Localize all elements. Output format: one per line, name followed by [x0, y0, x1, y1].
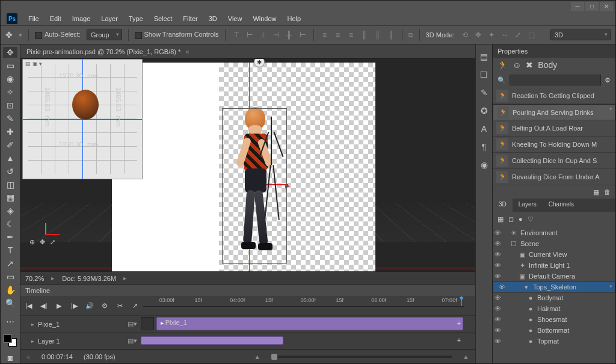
- lasso-tool[interactable]: ◉: [3, 73, 17, 84]
- asset-item[interactable]: 🏃Kneeling To Holding Down M: [493, 137, 615, 153]
- playhead[interactable]: ▼: [461, 296, 462, 306]
- visibility-icon[interactable]: 👁: [493, 338, 502, 345]
- type-tool[interactable]: T: [3, 245, 17, 256]
- timeline-clip[interactable]: ▸ Pixie_1: [156, 317, 463, 330]
- shape-tool[interactable]: ▭: [3, 271, 17, 282]
- filter-whole-icon[interactable]: ▦: [497, 215, 504, 223]
- menu-view[interactable]: View: [223, 13, 247, 24]
- search-input[interactable]: [510, 75, 601, 85]
- eyedropper-tool[interactable]: ✎: [3, 113, 17, 124]
- tree-row[interactable]: 👁●Bodymat: [493, 292, 615, 303]
- path-tool[interactable]: ↗: [3, 258, 17, 269]
- prev-frame-button[interactable]: ◀|: [39, 300, 48, 311]
- tree-row[interactable]: 👁☀Environment: [493, 227, 615, 238]
- menu-window[interactable]: Window: [248, 13, 281, 24]
- brush-panel-icon[interactable]: ✎: [481, 88, 488, 97]
- dodge-tool[interactable]: ☾: [3, 218, 17, 229]
- tree-row[interactable]: 👁▾Tops_Skeleton: [493, 282, 615, 292]
- tree-row[interactable]: 👁✦Infinite Light 1: [493, 260, 615, 271]
- menu-file[interactable]: File: [23, 13, 44, 24]
- visibility-icon[interactable]: 👁: [497, 283, 507, 291]
- tree-row[interactable]: 👁●Bottommat: [493, 325, 615, 336]
- gradient-tool[interactable]: ▦: [3, 192, 17, 203]
- track-options-icon[interactable]: ▤▾: [128, 337, 137, 345]
- transition-button[interactable]: ↗: [131, 300, 140, 311]
- visibility-icon[interactable]: 👁: [493, 316, 502, 323]
- split-button[interactable]: ✂: [116, 300, 125, 311]
- asset-item[interactable]: 🏃Pouring And Serving Drinks: [493, 104, 615, 120]
- distribute-icon[interactable]: ≡: [346, 30, 356, 40]
- track-options-icon[interactable]: ▤▾: [128, 320, 137, 328]
- visibility-icon[interactable]: 👁: [493, 251, 502, 258]
- slide-icon[interactable]: ↔: [500, 30, 510, 40]
- brush-tool[interactable]: ✐: [3, 140, 17, 150]
- hand-tool[interactable]: ✋: [3, 285, 17, 295]
- menu-edit[interactable]: Edit: [45, 13, 66, 24]
- auto-select-checkbox[interactable]: Auto-Select:: [35, 31, 81, 39]
- timeline-clip[interactable]: [141, 336, 283, 345]
- view-manipulators[interactable]: ⊕✥⤢: [29, 238, 55, 246]
- menu-help[interactable]: Help: [283, 13, 306, 24]
- auto-select-dropdown[interactable]: Group: [87, 29, 122, 40]
- skeleton-icon[interactable]: ✖: [526, 60, 533, 70]
- tab-3d[interactable]: 3D: [493, 199, 513, 212]
- goto-start-button[interactable]: |◀: [24, 300, 33, 311]
- asset-item[interactable]: 🏃Collecting Dice In Cup And S: [493, 153, 615, 169]
- orbit-icon[interactable]: ⟲: [460, 30, 470, 40]
- align-right-icon[interactable]: ⊢: [298, 30, 307, 40]
- secondary-view[interactable]: ▤ ▣ ▾ 1270.30 mm 1270.30 mm 1486.83 mm 1…: [22, 59, 143, 179]
- align-bottom-icon[interactable]: ⊥: [258, 30, 268, 40]
- paragraph-panel-icon[interactable]: ¶: [482, 142, 487, 152]
- dolly-icon[interactable]: ⤢: [50, 238, 55, 246]
- visibility-icon[interactable]: 👁: [493, 273, 502, 280]
- new-icon[interactable]: ▦: [593, 188, 599, 196]
- menu-layer[interactable]: Layer: [96, 13, 123, 24]
- wand-tool[interactable]: ✧: [3, 87, 17, 97]
- tree-row[interactable]: 👁●Hairmat: [493, 303, 615, 314]
- pan-icon[interactable]: ✥: [40, 238, 45, 246]
- visibility-icon[interactable]: 👁: [493, 262, 502, 269]
- settings-icon[interactable]: ⚙: [100, 300, 109, 311]
- character-panel-icon[interactable]: ✪: [481, 106, 488, 116]
- align-left-icon[interactable]: ⊣: [271, 30, 281, 40]
- add-clip-button[interactable]: +: [455, 319, 463, 328]
- visibility-icon[interactable]: 👁: [493, 240, 502, 247]
- 3d-icon[interactable]: ⧉: [408, 31, 413, 39]
- visibility-icon[interactable]: 👁: [493, 229, 502, 236]
- pose-icon[interactable]: 🏃: [497, 60, 508, 70]
- distribute-icon[interactable]: ║: [373, 30, 383, 40]
- settings-icon[interactable]: ⚙: [605, 76, 611, 84]
- healing-tool[interactable]: ✚: [3, 126, 17, 137]
- menu-type[interactable]: Type: [124, 13, 148, 24]
- dolly-icon[interactable]: ✦: [487, 30, 496, 40]
- align-vcenter-icon[interactable]: ⊢: [245, 30, 254, 40]
- menu-image[interactable]: Image: [67, 13, 96, 24]
- play-button[interactable]: ▶: [55, 300, 64, 311]
- timeline-track[interactable]: Layer 1▤▾ +: [20, 332, 475, 349]
- color-swatches[interactable]: [4, 335, 17, 347]
- tree-row[interactable]: 👁▣Default Camera: [493, 271, 615, 282]
- close-button[interactable]: ✕: [600, 2, 613, 11]
- quickmask-tool[interactable]: ◙: [3, 353, 17, 363]
- tab-layers[interactable]: Layers: [513, 199, 543, 212]
- menu-filter[interactable]: Filter: [178, 13, 202, 24]
- camera-dropdown[interactable]: 3D: [550, 29, 611, 40]
- menu-3d[interactable]: 3D: [204, 13, 222, 24]
- properties-tab[interactable]: Properties: [493, 45, 615, 58]
- zoom-slider[interactable]: [271, 356, 452, 358]
- timeline-track[interactable]: Pixie_1▤▾ ▸ Pixie_1 +: [20, 315, 475, 332]
- menu-select[interactable]: Select: [149, 13, 177, 24]
- edit-toolbar[interactable]: ⋯: [3, 316, 17, 327]
- cube-icon[interactable]: ⬚: [526, 30, 536, 40]
- current-time[interactable]: 0:00:07:14: [42, 353, 73, 360]
- pen-tool[interactable]: ✒: [3, 232, 17, 242]
- canvas[interactable]: ▶ ✱ ▤ ▣ ▾: [20, 59, 475, 271]
- document-tab[interactable]: Pixie pre-animation.psd @ 70.2% (Pixie_1…: [20, 45, 475, 59]
- align-hcenter-icon[interactable]: ╫: [285, 30, 294, 40]
- crop-tool[interactable]: ⊡: [3, 100, 17, 111]
- tree-row[interactable]: 👁▣Current View: [493, 249, 615, 260]
- color-panel-icon[interactable]: ❏: [480, 70, 488, 79]
- orbit-icon[interactable]: ⊕: [29, 238, 35, 246]
- marquee-tool[interactable]: ▭: [3, 60, 17, 71]
- stamp-tool[interactable]: ▲: [3, 153, 17, 164]
